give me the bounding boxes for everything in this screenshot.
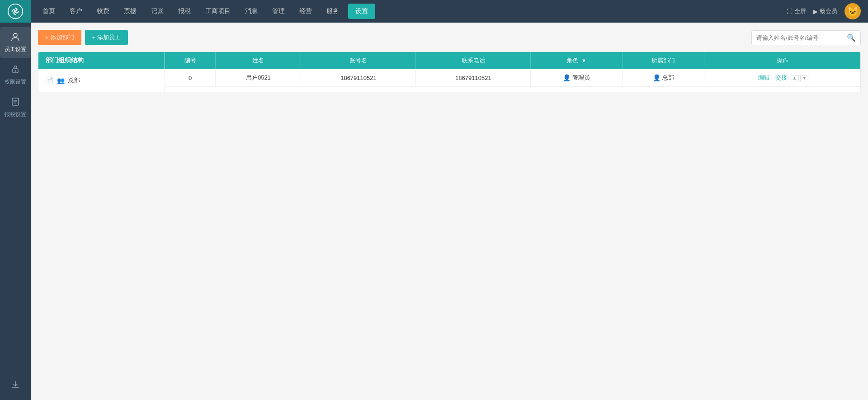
col-header-phone: 联系电话 [416,52,531,69]
nav-item-business[interactable]: 工商项目 [198,0,238,23]
dept-person-icon: 👤 [653,74,660,81]
content-area: + 添加部门 + 添加员工 🔍 部门组织结构 📄 👥 [31,23,868,400]
sidebar-item-permissions[interactable]: 权限设置 [0,60,31,90]
sidebar: 员工设置 权限设置 报税设置 [0,23,31,400]
dept-header: 部门组织结构 [38,52,165,69]
nav-item-tax[interactable]: 报税 [171,0,198,23]
col-header-name: 姓名 [216,52,301,69]
nav-right: ⛶ 全屏 ▶ 畅会员 🐱 [787,3,868,19]
fullscreen-icon: ⛶ [787,8,793,15]
toolbar: + 添加部门 + 添加员工 🔍 [38,30,861,45]
table-row: 0 用户0521 18679110521 18679110521 👤 管理员 [165,69,860,87]
nav-item-billing[interactable]: 收费 [90,0,117,23]
cell-role: 👤 管理员 [531,69,623,87]
top-nav: 首页 客户 收费 票据 记账 报税 工商项目 消息 管理 经营 服务 设置 ⛶ … [0,0,868,23]
scroll-down-btn[interactable]: ▼ [800,75,808,81]
nav-item-message[interactable]: 消息 [238,0,265,23]
dept-user-icon: 👥 [57,77,65,84]
cell-name: 用户0521 [216,69,301,87]
sidebar-item-tax-label: 报税设置 [5,111,26,118]
add-dept-button[interactable]: + 添加部门 [38,30,81,45]
filter-icon: ▼ [581,58,586,63]
svg-point-3 [15,71,16,72]
dept-item-label: 总部 [68,76,80,85]
transfer-link[interactable]: 交接 [775,74,787,81]
avatar[interactable]: 🐱 [844,3,861,19]
fullscreen-label: 全屏 [794,7,806,15]
download-icon [10,380,20,391]
nav-item-bookkeeping[interactable]: 记账 [144,0,171,23]
scroll-control: ▲ ▼ [791,74,808,81]
plus-icon: + [45,34,49,41]
table-header-row: 编号 姓名 账号名 联系电话 角色 ▼ 所属部门 操作 [165,52,860,69]
cell-actions: 编辑 交接 ▲ ▼ [704,69,860,87]
search-box: 🔍 [751,30,861,45]
dept-panel: 部门组织结构 📄 👥 总部 [38,52,165,92]
nav-item-customer[interactable]: 客户 [62,0,90,23]
sidebar-item-tax-settings[interactable]: 报税设置 [0,92,31,123]
search-input[interactable] [752,32,842,44]
col-header-role[interactable]: 角色 ▼ [531,52,623,69]
svg-point-1 [14,33,17,37]
edit-link[interactable]: 编辑 [758,74,770,81]
nav-item-invoice[interactable]: 票据 [117,0,144,23]
lock-icon [10,64,20,76]
search-button[interactable]: 🔍 [842,31,860,45]
tax-settings-icon [10,97,20,109]
cell-id: 0 [165,69,216,87]
cell-dept: 👤 总部 [622,69,704,87]
vip-icon: ▶ [813,8,818,15]
scroll-up-btn[interactable]: ▲ [791,75,799,81]
fullscreen-btn[interactable]: ⛶ 全屏 [787,7,806,15]
main-layout: 员工设置 权限设置 报税设置 [0,23,868,400]
employee-icon [10,32,20,44]
nav-item-settings[interactable]: 设置 [348,4,375,19]
nav-item-manage[interactable]: 管理 [265,0,292,23]
vip-btn[interactable]: ▶ 畅会员 [813,7,837,15]
sidebar-item-permissions-label: 权限设置 [5,78,26,86]
sidebar-item-employee-label: 员工设置 [5,46,26,53]
employee-table-panel: 编号 姓名 账号名 联系电话 角色 ▼ 所属部门 操作 [165,52,860,92]
role-user-icon: 👤 [563,74,571,81]
plus-icon2: + [92,34,96,41]
employee-layout: 部门组织结构 📄 👥 总部 编号 姓名 账号名 [38,52,861,92]
cell-account: 18679110521 [301,69,416,87]
employee-table: 编号 姓名 账号名 联系电话 角色 ▼ 所属部门 操作 [165,52,860,87]
nav-item-home[interactable]: 首页 [35,0,62,23]
sidebar-item-employee[interactable]: 员工设置 [0,27,31,58]
nav-item-operation[interactable]: 经营 [292,0,319,23]
col-header-id: 编号 [165,52,216,69]
col-header-account: 账号名 [301,52,416,69]
col-header-dept: 所属部门 [622,52,704,69]
sidebar-bottom-btn[interactable] [0,375,31,395]
dept-item-headquarters[interactable]: 📄 👥 总部 [38,73,165,88]
cell-phone: 18679110521 [416,69,531,87]
logo-area[interactable] [0,0,31,23]
nav-item-service[interactable]: 服务 [319,0,346,23]
col-header-action: 操作 [704,52,860,69]
file-icon: 📄 [46,77,53,84]
add-emp-button[interactable]: + 添加员工 [85,30,128,45]
nav-items: 首页 客户 收费 票据 记账 报税 工商项目 消息 管理 经营 服务 设置 [31,0,787,23]
vip-label: 畅会员 [820,7,837,15]
dept-tree: 📄 👥 总部 [38,69,165,92]
